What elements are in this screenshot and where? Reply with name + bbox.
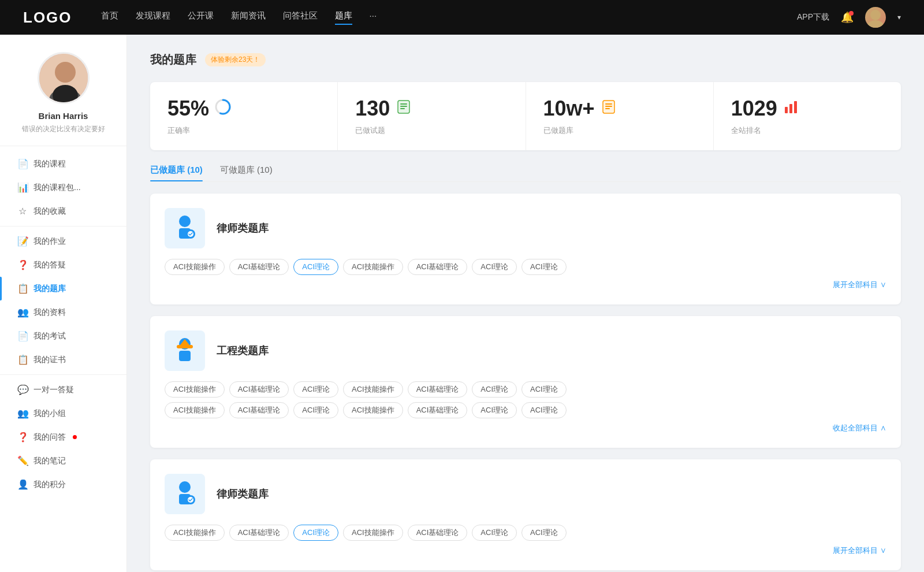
qbank-lawyer-icon-box [165,208,205,248]
my-exams-icon: 📄 [17,330,28,341]
qbank-lawyer-name: 律师类题库 [217,221,269,235]
law2-tag-1[interactable]: ACI技能操作 [165,525,225,541]
nav-qa[interactable]: 问答社区 [283,10,318,25]
sidebar-item-my-qa[interactable]: ❓ 我的问答 [0,425,126,449]
law2-tag-7[interactable]: ACI理论 [521,525,567,541]
svg-point-27 [179,481,191,493]
logo[interactable]: LOGO [23,9,72,27]
qbank-card-engineering: 工程类题库 ACI技能操作 ACI基础理论 ACI理论 ACI技能操作 ACI基… [150,316,901,448]
stats-row: 55% 正确率 130 [150,82,901,150]
svg-point-3 [55,62,76,83]
eng-tag-5[interactable]: ACI基础理论 [408,381,468,398]
sidebar-item-my-certs[interactable]: 📋 我的证书 [0,348,126,372]
sidebar-item-label: 我的课程 [33,159,66,169]
stat-accuracy-row: 55% [167,96,320,121]
qbank-lawyer2-name: 律师类题库 [217,487,269,501]
stat-done-questions-label: 已做试题 [355,125,508,136]
my-groups-icon: 👥 [17,408,28,419]
qa-notification-dot [73,435,77,439]
svg-point-0 [870,10,881,20]
stat-done-banks-value: 10w+ [543,96,595,121]
sidebar-item-my-homework[interactable]: 📝 我的作业 [0,229,126,253]
user-dropdown-arrow[interactable]: ▾ [897,13,901,21]
stat-done-banks: 10w+ 已做题库 [526,82,714,150]
qbank-engineering-icon-box [165,330,205,371]
sidebar-item-my-materials[interactable]: 👥 我的资料 [0,300,126,324]
navbar: LOGO 首页 发现课程 公开课 新闻资讯 问答社区 题库 ··· APP下载 … [0,0,924,35]
eng-tag-2[interactable]: ACI基础理论 [229,381,289,398]
expand-lawyer-link[interactable]: 展开全部科目 ∨ [165,280,886,290]
nav-more[interactable]: ··· [370,10,377,25]
sidebar-item-one-on-one[interactable]: 💬 一对一答疑 [0,378,126,402]
nav-home[interactable]: 首页 [101,10,118,25]
sidebar-item-my-favorites[interactable]: ☆ 我的收藏 [0,199,126,223]
sidebar-item-label: 我的课程包... [33,183,81,193]
tag-aci-basic-2[interactable]: ACI基础理论 [408,259,468,275]
eng-tag-6[interactable]: ACI理论 [472,381,517,398]
sidebar-item-my-courses[interactable]: 📄 我的课程 [0,152,126,176]
law2-tag-selected[interactable]: ACI理论 [293,525,338,541]
nav-open-course[interactable]: 公开课 [188,10,214,25]
eng-tag-r2-7[interactable]: ACI理论 [521,402,567,418]
sidebar-item-my-groups[interactable]: 👥 我的小组 [0,402,126,425]
stat-accuracy-icon [215,99,231,118]
tabs-row: 已做题库 (10) 可做题库 (10) [150,165,901,182]
sidebar-item-my-course-packs[interactable]: 📊 我的课程包... [0,176,126,199]
eng-tag-r2-4[interactable]: ACI技能操作 [343,402,403,418]
law2-tag-4[interactable]: ACI技能操作 [343,525,403,541]
eng-tag-r2-1[interactable]: ACI技能操作 [165,402,225,418]
eng-tag-r2-5[interactable]: ACI基础理论 [408,402,468,418]
sidebar-item-my-notes[interactable]: ✏️ 我的笔记 [0,449,126,473]
profile-avatar[interactable] [38,52,90,104]
nav-qbank[interactable]: 题库 [335,10,352,25]
tag-aci-skills-1[interactable]: ACI技能操作 [165,259,225,275]
eng-tag-1[interactable]: ACI技能操作 [165,381,225,398]
stat-done-questions-icon [396,99,412,118]
law2-tag-5[interactable]: ACI基础理论 [408,525,468,541]
tag-aci-theory-3[interactable]: ACI理论 [521,259,567,275]
my-courses-icon: 📄 [17,158,28,169]
sidebar-item-my-exams[interactable]: 📄 我的考试 [0,324,126,348]
eng-tag-r2-3[interactable]: ACI理论 [293,402,338,418]
collapse-engineering-link[interactable]: 收起全部科目 ∧ [165,423,886,433]
tab-done-banks[interactable]: 已做题库 (10) [150,165,203,181]
svg-rect-13 [605,103,612,105]
svg-rect-10 [400,106,407,107]
stat-done-questions-value: 130 [355,96,390,121]
law2-tag-2[interactable]: ACI基础理论 [229,525,289,541]
law2-tag-6[interactable]: ACI理论 [472,525,517,541]
tag-aci-theory-2[interactable]: ACI理论 [472,259,517,275]
profile-name: Brian Harris [39,111,88,121]
qbank-engineering-tags-row1: ACI技能操作 ACI基础理论 ACI理论 ACI技能操作 ACI基础理论 AC… [165,381,886,398]
main-content: 我的题库 体验剩余23天！ 55% 正确率 13 [127,35,924,572]
layout: Brian Harris 错误的决定比没有决定要好 📄 我的课程 📊 我的课程包… [0,35,924,572]
eng-tag-r2-6[interactable]: ACI理论 [472,402,517,418]
eng-tag-r2-2[interactable]: ACI基础理论 [229,402,289,418]
navbar-right: APP下载 🔔 ▾ [797,7,901,28]
svg-rect-15 [605,108,610,109]
tab-available-banks[interactable]: 可做题库 (10) [220,165,273,181]
tag-aci-basic-1[interactable]: ACI基础理论 [229,259,289,275]
sidebar-item-my-points[interactable]: 👤 我的积分 [0,473,126,496]
tag-aci-skills-2[interactable]: ACI技能操作 [343,259,403,275]
lawyer2-icon [169,478,201,510]
qbank-lawyer2-icon-box [165,474,205,514]
tag-aci-theory-selected-1[interactable]: ACI理论 [293,259,338,275]
one-on-one-icon: 💬 [17,384,28,395]
sidebar-item-my-qbank[interactable]: 📋 我的题库 [0,277,126,300]
nav-discover[interactable]: 发现课程 [136,10,170,25]
notification-bell[interactable]: 🔔 [841,11,854,24]
eng-tag-7[interactable]: ACI理论 [521,381,567,398]
expand-lawyer2-link[interactable]: 展开全部科目 ∨ [165,545,886,556]
qbank-engineering-tags-row2: ACI技能操作 ACI基础理论 ACI理论 ACI技能操作 ACI基础理论 AC… [165,402,886,418]
stat-ranking-icon [783,99,799,118]
app-download-button[interactable]: APP下载 [797,12,829,23]
nav-news[interactable]: 新闻资讯 [231,10,266,25]
eng-tag-3[interactable]: ACI理论 [293,381,338,398]
my-notes-icon: ✏️ [17,455,28,466]
my-questions-icon: ❓ [17,259,28,270]
eng-tag-4[interactable]: ACI技能操作 [343,381,403,398]
avatar[interactable] [865,7,886,28]
sidebar-item-my-questions[interactable]: ❓ 我的答疑 [0,253,126,277]
sidebar-menu: 📄 我的课程 📊 我的课程包... ☆ 我的收藏 📝 我的作业 ❓ 我的答疑 [0,152,126,496]
